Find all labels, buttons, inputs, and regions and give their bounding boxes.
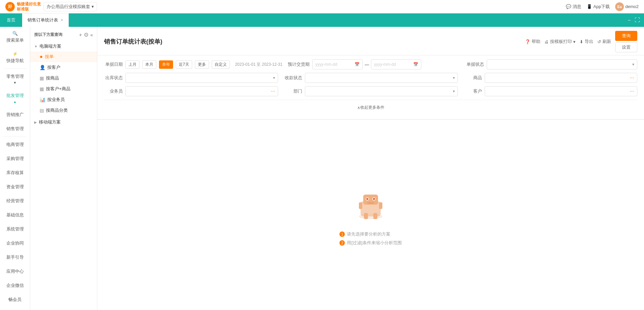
export-icon: ⬇ [580, 39, 583, 44]
out-status-select[interactable]: ▾ [125, 73, 278, 83]
sidebar-item-sales[interactable]: 销售管理 [0, 122, 30, 136]
scheme-item-by-salesman[interactable]: 📊 按业务员 [30, 94, 97, 105]
sidebar-item-finance[interactable]: 资金管理 [0, 180, 30, 194]
tab-sales-order[interactable]: 销售订单统计表 × [22, 13, 69, 27]
sidebar-item-retail[interactable]: 零售管理 ▼ [0, 69, 30, 89]
edit-scheme-icon[interactable]: ⊙ [84, 32, 88, 38]
svg-rect-8 [359, 202, 362, 209]
scheme-panel-header-icons: + ⊙ « [79, 32, 93, 38]
scheme-item-by-category[interactable]: ▤ 按商品分类 [30, 105, 97, 116]
refresh-btn[interactable]: ↺ 刷新 [597, 39, 611, 45]
scheme-group-mobile-title[interactable]: ▶ 移动端方案 [30, 117, 97, 127]
message-btn[interactable]: 💬 消息 [566, 4, 581, 10]
customer-more-icon[interactable]: ··· [630, 88, 634, 94]
salesman-label: 业务员 [104, 88, 123, 94]
top-bar-left: 好 畅捷通好生意 标准版 办公用品行业模拟账套 ▾ [5, 2, 97, 11]
date-btn-this-year[interactable]: 本年 [159, 60, 173, 69]
expected-date-start[interactable]: yyyy-mm-dd 📅 [312, 59, 363, 69]
dept-select[interactable]: ▾ [305, 86, 458, 96]
user-avatar[interactable]: Ea demo2 [615, 2, 639, 11]
sidebar-item-purchase[interactable]: 采购管理 [0, 152, 30, 166]
date-btn-7days[interactable]: 近7天 [176, 60, 192, 69]
sidebar-item-wechat[interactable]: 企业微信 [0, 278, 30, 293]
page-header: 销售订单统计表(按单) ❓ 帮助 🖨 按模板打印 ▾ ⬇ 导出 [97, 27, 644, 55]
goods-more-icon[interactable]: ··· [630, 75, 634, 81]
chevron-down-icon: ▼ [13, 81, 17, 85]
grid-icon: ▦ [40, 75, 44, 81]
content-area: 按以下方案查询 + ⊙ « ▼ 电脑端方案 ● 按单 👤 [30, 27, 644, 310]
date-btn-more[interactable]: 更多 [195, 60, 209, 69]
calendar-icon: 📅 [355, 62, 360, 67]
date-btn-last-month[interactable]: 上月 [125, 60, 140, 69]
collapse-scheme-icon[interactable]: « [90, 32, 93, 38]
salesman-more-icon[interactable]: ··· [271, 88, 275, 94]
logo-text: 畅捷通好生意 标准版 [17, 2, 41, 11]
sidebar-item-member[interactable]: 畅会员 [0, 293, 30, 307]
setting-button[interactable]: 设置 [615, 42, 637, 52]
goods-select[interactable]: ··· [485, 73, 637, 83]
expected-date-group: yyyy-mm-dd 📅 — yyyy-mm-dd 📅 [312, 59, 460, 69]
query-button[interactable]: 查询 [615, 31, 637, 41]
filter-cell-salesman: 业务员 ··· [104, 86, 278, 96]
tab-minimize-icon[interactable]: － [627, 17, 632, 24]
print-btn[interactable]: 🖨 按模板打印 ▾ [544, 39, 576, 45]
sidebar-item-marketing[interactable]: 营销推广 [0, 108, 30, 122]
doc-status-chevron-icon: ▾ [632, 62, 634, 67]
doc-status-label: 单据状态 [465, 61, 484, 67]
tab-bar: 首页 销售订单统计表 × － ⛶ [0, 13, 644, 27]
sidebar-item-inventory[interactable]: 库存核算 [0, 166, 30, 180]
sidebar-item-basic-info[interactable]: 基础信息 [0, 208, 30, 222]
scheme-item-by-order[interactable]: ● 按单 [30, 51, 97, 62]
tab-maximize-icon[interactable]: ⛶ [635, 17, 640, 23]
top-bar: 好 畅捷通好生意 标准版 办公用品行业模拟账套 ▾ 💬 消息 📱 App下载 E… [0, 0, 644, 13]
scheme-group-mobile: ▶ 移动端方案 [30, 117, 97, 127]
main-layout: 🔍 搜索菜单 ⚡ 快捷导航 零售管理 ▼ 批发管理 ▲ 营销推广 销售管理 电商… [0, 27, 644, 310]
svg-rect-9 [379, 202, 382, 209]
page-header-actions: ❓ 帮助 🖨 按模板打印 ▾ ⬇ 导出 ↺ 刷新 [525, 31, 637, 52]
tab-bar-right: － ⛶ [627, 17, 644, 24]
scheme-group-desktop-title[interactable]: ▼ 电脑端方案 [30, 41, 97, 51]
calendar-icon-2: 📅 [413, 62, 418, 67]
doc-status-select[interactable]: ▾ [487, 59, 637, 69]
export-btn[interactable]: ⬇ 导出 [580, 39, 593, 45]
date-btn-this-month[interactable]: 本月 [142, 60, 156, 69]
expected-date-label: 预计交货期 [288, 61, 310, 67]
sidebar-item-ecommerce[interactable]: 电商管理 [0, 138, 30, 152]
chevron-down-icon: ▼ [34, 45, 38, 48]
help-btn[interactable]: ❓ 帮助 [525, 39, 540, 45]
sidebar-item-wholesale[interactable]: 批发管理 ▲ [0, 89, 30, 108]
download-icon: 📱 [587, 4, 592, 9]
industry-selector[interactable]: 办公用品行业模拟账套 ▾ [44, 2, 97, 11]
tab-home[interactable]: 首页 [0, 13, 22, 27]
app-download-btn[interactable]: 📱 App下载 [587, 4, 610, 10]
filter-cell-out-status: 出库状态 ▾ [104, 73, 278, 83]
empty-tip-2: 2 用[过滤]条件来缩小分析范围 [339, 239, 401, 247]
salesman-select[interactable]: ··· [125, 86, 278, 96]
sidebar-item-search[interactable]: 🔍 搜索菜单 [0, 27, 30, 47]
sidebar-item-system[interactable]: 系统管理 [0, 222, 30, 236]
receipt-status-chevron-icon: ▾ [453, 75, 455, 80]
sidebar-divider-1 [3, 68, 26, 69]
avatar: Ea [615, 2, 624, 11]
svg-rect-10 [364, 213, 368, 219]
sidebar-item-operation[interactable]: 经营管理 [0, 194, 30, 208]
scheme-item-by-customer-goods[interactable]: ▦ 按客户+商品 [30, 84, 97, 94]
collapse-button[interactable]: ∧ 收起更多条件 [104, 103, 637, 112]
customer-select[interactable]: ··· [485, 86, 637, 96]
chevron-up-icon: ▲ [13, 100, 17, 104]
date-btn-custom[interactable]: 自定义 [212, 60, 230, 69]
scheme-item-by-goods[interactable]: ▦ 按商品 [30, 73, 97, 84]
scheme-item-by-customer[interactable]: 👤 按客户 [30, 62, 97, 73]
tab-close-icon[interactable]: × [61, 18, 63, 22]
filter-cell-receipt-status: 收款状态 ▾ [283, 73, 458, 83]
sidebar-item-app-center[interactable]: 应用中心 [0, 264, 30, 278]
expected-date-end[interactable]: yyyy-mm-dd 📅 [371, 59, 421, 69]
sidebar-item-quick-nav[interactable]: ⚡ 快捷导航 [0, 47, 30, 68]
circle-icon: ● [40, 54, 43, 60]
out-status-chevron-icon: ▾ [273, 75, 275, 80]
receipt-status-select[interactable]: ▾ [305, 73, 458, 83]
add-scheme-icon[interactable]: + [79, 32, 82, 38]
sidebar-item-guide[interactable]: 新手引导 [0, 250, 30, 264]
filter-cell-goods: 商品 ··· [463, 73, 637, 83]
sidebar-item-cooperation[interactable]: 企业协同 [0, 236, 30, 250]
